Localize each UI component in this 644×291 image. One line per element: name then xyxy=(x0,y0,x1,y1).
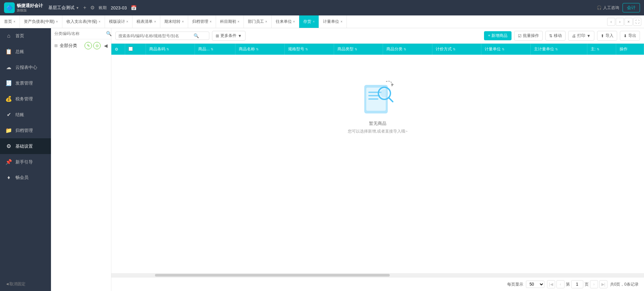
tab-template[interactable]: 模版设计 × xyxy=(105,15,133,28)
export-icon: ⬇ xyxy=(624,34,627,38)
page-last-button[interactable]: ▶| xyxy=(599,280,607,288)
tab-inventory[interactable]: 存货 × xyxy=(299,15,319,28)
tab-home-close[interactable]: × xyxy=(13,20,15,23)
period-label: 账期 xyxy=(99,5,107,11)
tab-income[interactable]: 收入支出表(年报) × xyxy=(62,15,105,28)
col-name[interactable]: 商品名称⇅ xyxy=(235,44,285,55)
account-button[interactable]: 会计 xyxy=(623,3,640,12)
col-main-extra[interactable]: 主:⇅ xyxy=(587,44,616,55)
tab-prev-button[interactable]: ‹ xyxy=(607,18,615,26)
tab-close-all-button[interactable]: × xyxy=(625,18,633,26)
left-panel: 🔍 ⊞ 全部分类 ✎ ⊙ ◀ xyxy=(51,28,111,291)
col-code[interactable]: 商品...⇅ xyxy=(195,44,235,55)
batch-operation-button[interactable]: ☑ 批量操作 xyxy=(514,31,543,41)
sidebar-item-guide[interactable]: 📌 新手引导 xyxy=(0,154,51,170)
app-logo: 🔷 xyxy=(4,2,15,13)
category-settings-button[interactable]: ⊙ xyxy=(93,42,101,49)
page-prev-button[interactable]: ‹ xyxy=(556,280,565,288)
col-unit[interactable]: 计量单位⇅ xyxy=(481,44,531,55)
page-number-input[interactable] xyxy=(571,280,583,288)
category-search-icon[interactable]: 🔍 xyxy=(106,31,112,36)
sidebar-item-close[interactable]: ✔ 结账 xyxy=(0,107,51,123)
move-button[interactable]: ⇅ 移动 xyxy=(545,31,566,41)
settings-icon[interactable]: ⚙ xyxy=(90,5,95,11)
export-button[interactable]: ⬇ 导出 xyxy=(620,31,640,41)
app-subtitle: 旗舰版 xyxy=(17,8,43,12)
tab-income-close[interactable]: × xyxy=(99,20,101,23)
scrollbar-thumb[interactable] xyxy=(155,274,390,277)
col-barcode[interactable]: 商品条码⇅ xyxy=(146,44,195,55)
right-panel: 🔍 ⊞ 更多条件 ▼ + 新增商品 ☑ 批量操作 ⇅ 移动 xyxy=(111,28,644,291)
empty-desc: 您可以选择新增,或者直接导入哦~ xyxy=(348,129,408,134)
horizontal-scrollbar[interactable] xyxy=(111,273,644,277)
calendar-icon[interactable]: 📅 xyxy=(131,5,137,10)
svg-marker-8 xyxy=(391,84,394,87)
member-icon: ♦ xyxy=(5,175,12,181)
col-checkbox[interactable] xyxy=(125,44,146,55)
main-layout: ⌂ 首页 📋 总账 ☁ 云报表中心 🧾 发票管理 💰 税务管理 ✔ 结账 📁 归… xyxy=(0,28,644,291)
category-header[interactable]: ⊞ 全部分类 ✎ ⊙ ◀ xyxy=(51,39,111,52)
tab-dept-close[interactable]: × xyxy=(265,20,267,23)
category-search-input[interactable] xyxy=(54,31,105,36)
product-search-input[interactable] xyxy=(118,34,192,38)
company-selector[interactable]: 基层工会测试 ▼ xyxy=(48,5,79,11)
sidebar-item-ledger[interactable]: 📋 总账 xyxy=(0,44,51,59)
tab-expand-button[interactable]: ⛶ xyxy=(633,18,641,26)
sort-main-unit-icon: ⇅ xyxy=(555,47,558,51)
tab-tax-list[interactable]: 税表清单 × xyxy=(132,15,160,28)
filter-button[interactable]: ⊞ 更多条件 ▼ xyxy=(212,31,246,41)
total-records-label: 共0页，0条记录 xyxy=(610,282,639,287)
collapse-panel-button[interactable]: ◀ xyxy=(104,43,108,48)
tab-balance[interactable]: 资产负债表(中期) × xyxy=(20,15,62,28)
sidebar-item-member[interactable]: ♦ 畅会员 xyxy=(0,170,51,185)
col-price-method[interactable]: 计价方式⇅ xyxy=(432,44,481,55)
product-search-icon[interactable]: 🔍 xyxy=(194,33,199,38)
per-page-select[interactable]: 50 100 200 xyxy=(526,281,544,288)
tab-archive[interactable]: 归档管理 × xyxy=(188,15,216,28)
page-first-button[interactable]: |◀ xyxy=(547,280,555,288)
tab-inventory-close[interactable]: × xyxy=(313,20,315,23)
sidebar-item-invoice[interactable]: 🧾 发票管理 xyxy=(0,75,51,91)
col-category[interactable]: 商品分类⇅ xyxy=(383,44,432,55)
page-end-label: 页 xyxy=(585,282,589,287)
select-all-checkbox[interactable] xyxy=(128,47,133,51)
new-product-button[interactable]: + 新增商品 xyxy=(484,31,512,40)
print-icon: 🖨 xyxy=(572,34,576,38)
sidebar-item-home[interactable]: ⌂ 首页 xyxy=(0,28,51,44)
sidebar-item-settings[interactable]: ⚙ 基础设置 xyxy=(0,138,51,154)
col-spec[interactable]: 规格型号⇅ xyxy=(285,44,334,55)
tab-period-end-close[interactable]: × xyxy=(182,20,184,23)
sidebar-item-tax[interactable]: 💰 税务管理 xyxy=(0,91,51,107)
page-label: 第 xyxy=(566,282,570,287)
tab-unit-close[interactable]: × xyxy=(340,20,342,23)
page-next-button[interactable]: › xyxy=(590,280,598,288)
tab-balance-close[interactable]: × xyxy=(56,20,58,23)
tab-period-end[interactable]: 期末结转 × xyxy=(160,15,188,28)
logo-area: 🔷 畅捷通好会计 旗舰版 xyxy=(4,2,44,13)
tab-home[interactable]: 首页 × xyxy=(0,15,20,28)
import-button[interactable]: ⬆ 导入 xyxy=(597,31,617,41)
add-tab-button[interactable]: + xyxy=(83,5,86,11)
home-icon: ⌂ xyxy=(5,33,12,39)
sidebar-item-reports[interactable]: ☁ 云报表中心 xyxy=(0,59,51,75)
tab-contacts-close[interactable]: × xyxy=(293,20,295,23)
tab-archive-close[interactable]: × xyxy=(210,20,212,23)
invoice-icon: 🧾 xyxy=(5,80,12,86)
print-button[interactable]: 🖨 打印 ▼ xyxy=(568,31,594,41)
tab-dept[interactable]: 部门员工 × xyxy=(244,15,272,28)
sidebar-item-archive[interactable]: 📁 归档管理 xyxy=(0,123,51,138)
tab-subject[interactable]: 科目期初 × xyxy=(216,15,244,28)
empty-title: 暂无商品 xyxy=(369,120,386,127)
help-button[interactable]: 🎧 人工咨询 xyxy=(597,5,619,11)
tab-contacts[interactable]: 往来单位 × xyxy=(272,15,300,28)
tab-next-button[interactable]: › xyxy=(616,18,624,26)
col-type[interactable]: 商品类型⇅ xyxy=(334,44,383,55)
tab-subject-close[interactable]: × xyxy=(237,20,239,23)
category-edit-button[interactable]: ✎ xyxy=(85,42,92,49)
tab-tax-list-close[interactable]: × xyxy=(154,20,156,23)
col-main-unit[interactable]: 主计量单位⇅ xyxy=(531,44,587,55)
pin-toggle[interactable]: ◄取消固定 xyxy=(0,277,51,291)
tab-unit[interactable]: 计量单位 × xyxy=(319,15,347,28)
col-settings[interactable]: ⚙ xyxy=(111,44,125,55)
tab-template-close[interactable]: × xyxy=(126,20,128,23)
